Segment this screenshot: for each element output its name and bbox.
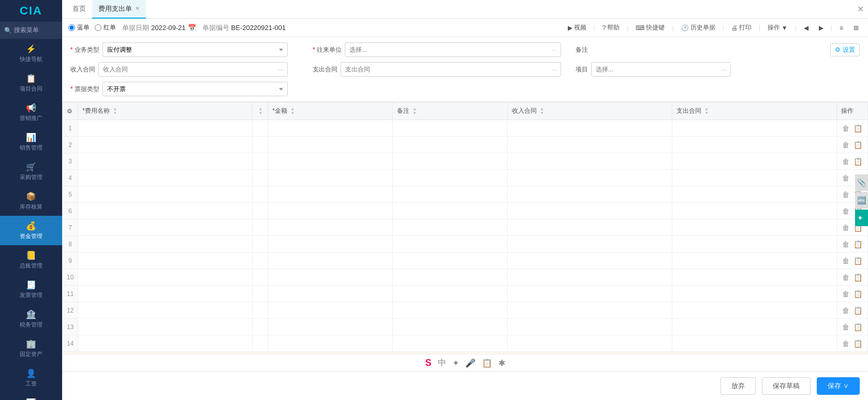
delete-icon-1[interactable]: 🗑 [842, 124, 849, 132]
th-expense-name[interactable]: *费用名称 ▲▼ [78, 102, 253, 120]
asterisk-icon[interactable]: ✱ [498, 358, 505, 368]
expense-name-cell-11[interactable] [78, 286, 253, 302]
delete-icon-8[interactable]: 🗑 [842, 240, 849, 248]
amount-cell-3[interactable] [268, 153, 393, 170]
copy-icon-10[interactable]: 📋 [854, 273, 862, 282]
remark-cell-3[interactable] [392, 153, 507, 170]
sidebar-item-inventory[interactable]: 📦 库存核算 [0, 186, 62, 216]
expense-name-cell-6[interactable] [78, 203, 253, 219]
remark-cell-2[interactable] [392, 137, 507, 153]
list-view-btn[interactable]: ≡ [836, 23, 846, 33]
expense-contract-cell-14[interactable] [672, 335, 836, 352]
copy-icon-9[interactable]: 📋 [854, 257, 862, 265]
expense-name-cell-4[interactable] [78, 170, 253, 186]
delete-icon-10[interactable]: 🗑 [842, 273, 849, 282]
amount-cell-14[interactable] [268, 335, 393, 352]
sidebar-item-invoice[interactable]: 🧾 发票管理 [0, 275, 62, 304]
income-contract-cell-6[interactable] [507, 203, 672, 219]
amount-cell-9[interactable] [268, 253, 393, 269]
expense-name-cell-10[interactable] [78, 269, 253, 286]
sidebar-item-purchase[interactable]: 🛒 采购管理 [0, 157, 62, 186]
income-contract-cell-12[interactable] [507, 302, 672, 319]
income-contract-cell-10[interactable] [507, 269, 672, 286]
amount-cell-11[interactable] [268, 286, 393, 302]
operate-btn[interactable]: 操作 ▼ [764, 22, 791, 34]
delete-icon-3[interactable]: 🗑 [842, 157, 849, 166]
date-value[interactable]: 2022-09-21 [151, 24, 186, 32]
expense-contract-cell-10[interactable] [672, 269, 836, 286]
sidebar-item-marketing[interactable]: 📢 营销推广 [0, 98, 62, 127]
attachment-icon-btn[interactable]: 📎 [855, 174, 868, 191]
expense-name-cell-1[interactable] [78, 120, 253, 137]
copy-icon-1[interactable]: 📋 [854, 124, 862, 132]
th-income-contract[interactable]: 收入合同 ▲▼ [507, 102, 672, 120]
income-contract-cell-3[interactable] [507, 153, 672, 170]
expense-name-cell-2[interactable] [78, 137, 253, 153]
sidebar-item-quick-nav[interactable]: ⚡ 快捷导航 [0, 39, 62, 68]
expense-name-cell-5[interactable] [78, 186, 253, 203]
amount-cell-7[interactable] [268, 219, 393, 236]
expense-contract-cell-13[interactable] [672, 319, 836, 335]
income-contract-cell-5[interactable] [507, 186, 672, 203]
copy-icon-11[interactable]: 📋 [854, 290, 862, 298]
sidebar-item-fixed-assets[interactable]: 🏢 固定资产 [0, 334, 62, 363]
expense-name-cell-3[interactable] [78, 153, 253, 170]
income-contract-cell-7[interactable] [507, 219, 672, 236]
remark-cell-7[interactable] [392, 219, 507, 236]
expense-contract-cell-9[interactable] [672, 253, 836, 269]
income-contract-input[interactable] [99, 64, 275, 75]
expense-name-cell-13[interactable] [78, 319, 253, 335]
income-contract-cell-13[interactable] [507, 319, 672, 335]
expense-contract-cell-3[interactable] [672, 153, 836, 170]
delete-icon-5[interactable]: 🗑 [842, 190, 849, 199]
delete-icon-6[interactable]: 🗑 [842, 207, 849, 215]
delete-icon-12[interactable]: 🗑 [842, 306, 849, 315]
sidebar-item-payroll[interactable]: 👤 工资 [0, 363, 62, 393]
text-icon-btn[interactable]: 🔤 [855, 192, 868, 209]
save-draft-button[interactable]: 保存草稿 [762, 377, 811, 395]
remark-cell-1[interactable] [392, 120, 507, 137]
sort-arrows[interactable]: ▲▼ [258, 107, 262, 115]
income-contract-cell-8[interactable] [507, 236, 672, 253]
calendar-icon[interactable]: 📅 [188, 24, 196, 32]
business-type-select[interactable]: 应付调整 [102, 42, 288, 57]
income-dots[interactable]: ··· [275, 65, 287, 73]
sidebar-item-sales[interactable]: 📊 销售管理 [0, 127, 62, 157]
expense-contract-input[interactable] [341, 64, 548, 75]
th-amount[interactable]: *金额 ▲▼ [268, 102, 393, 120]
expense-name-cell-12[interactable] [78, 302, 253, 319]
expense-contract-cell-12[interactable] [672, 302, 836, 319]
remark-cell-14[interactable] [392, 335, 507, 352]
th-gear[interactable]: ⚙ [63, 102, 78, 120]
mic-icon[interactable]: 🎤 [465, 358, 476, 368]
help-btn[interactable]: ? 帮助 [599, 22, 623, 34]
amount-cell-13[interactable] [268, 319, 393, 335]
copy-icon-3[interactable]: 📋 [854, 157, 862, 166]
video-btn[interactable]: ▶ 视频 [565, 22, 590, 34]
amount-cell-6[interactable] [268, 203, 393, 219]
income-contract-cell-14[interactable] [507, 335, 672, 352]
remark-cell-6[interactable] [392, 203, 507, 219]
sidebar-item-operations[interactable]: 📈 经营管理 [0, 393, 62, 400]
amount-cell-12[interactable] [268, 302, 393, 319]
expense-name-cell-8[interactable] [78, 236, 253, 253]
zhong-icon[interactable]: 中 [438, 358, 446, 368]
amount-cell-1[interactable] [268, 120, 393, 137]
amount-cell-4[interactable] [268, 170, 393, 186]
partner-dots[interactable]: ··· [548, 46, 561, 54]
partner-input[interactable] [345, 44, 548, 55]
tab-expense-sheet[interactable]: 费用支出单 ✕ [92, 0, 146, 19]
sort-icon[interactable]: ▲▼ [113, 107, 117, 115]
plus-icon[interactable]: ✦ [452, 358, 459, 368]
expense-contract-cell-2[interactable] [672, 137, 836, 153]
tab-close-icon[interactable]: ✕ [135, 5, 140, 12]
project-input[interactable] [592, 64, 718, 75]
copy-icon[interactable]: 📋 [482, 358, 492, 368]
expense-contract-cell-6[interactable] [672, 203, 836, 219]
project-dots[interactable]: ··· [718, 65, 730, 73]
expense-sort[interactable]: ▲▼ [704, 107, 709, 115]
expense-contract-cell-8[interactable] [672, 236, 836, 253]
discard-button[interactable]: 放弃 [720, 377, 756, 395]
expense-name-cell-9[interactable] [78, 253, 253, 269]
settings-button[interactable]: ⚙ 设置 [830, 43, 860, 56]
